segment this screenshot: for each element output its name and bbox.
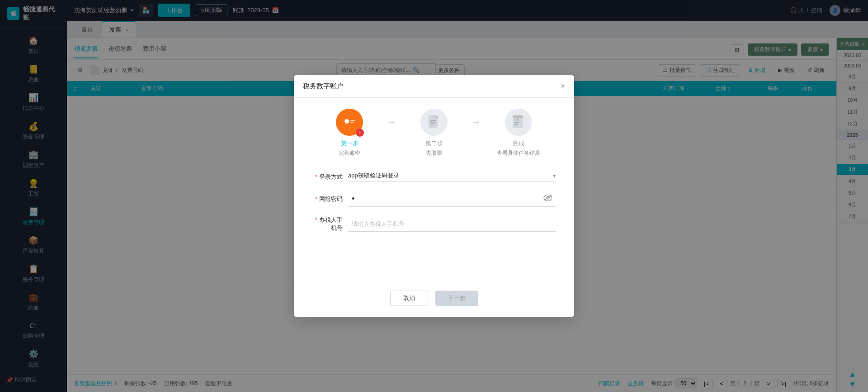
form-spacer: [312, 241, 556, 268]
step-2: 第二步 去取票: [396, 109, 472, 157]
step-arrow-2: →: [472, 109, 481, 127]
step-2-circle: [420, 109, 448, 136]
modal-footer: 取消 下一步: [294, 283, 574, 317]
step-1-badge: !: [356, 129, 364, 137]
step-3-icon-wrap: [505, 109, 532, 136]
login-method-select[interactable]: app获取验证码登录 ▾: [348, 172, 556, 182]
next-button[interactable]: 下一步: [435, 291, 478, 306]
password-label: * 网报密码: [312, 195, 348, 203]
svg-rect-2: [350, 120, 355, 121]
document-icon: [426, 114, 442, 130]
password-input[interactable]: [348, 191, 543, 206]
step-3-circle: [505, 109, 532, 136]
step-3: 完成 查看具体任务结果: [481, 109, 556, 157]
required-mark-2: *: [315, 196, 317, 202]
modal-title: 税务数字账户: [303, 82, 344, 91]
phone-row: * 办税人手机号: [312, 216, 556, 232]
modal-form: * 登录方式 app获取验证码登录 ▾ * 网报密码: [312, 172, 556, 232]
step-2-icon-wrap: [420, 109, 448, 136]
step-arrow-1: →: [387, 109, 396, 127]
svg-rect-6: [430, 122, 436, 123]
modal-body: ! 第一步 完善账密 →: [294, 98, 574, 283]
step-1: ! 第一步 完善账密: [312, 109, 387, 157]
password-input-wrap: [348, 191, 556, 207]
step-1-label: 第一步: [341, 139, 359, 148]
step-3-label: 完成: [513, 139, 524, 148]
tax-digital-modal: 税务数字账户 ×: [294, 75, 574, 317]
modal-header: 税务数字账户 ×: [294, 75, 574, 98]
login-method-label: * 登录方式: [312, 173, 348, 181]
step-3-desc: 查看具体任务结果: [497, 149, 540, 157]
modal-close-button[interactable]: ×: [560, 81, 565, 91]
eye-toggle-icon[interactable]: [543, 195, 556, 203]
required-mark-1: *: [315, 173, 317, 180]
svg-rect-10: [514, 122, 519, 123]
step-2-label: 第二步: [425, 139, 443, 148]
step-2-desc: 去取票: [426, 149, 442, 157]
phone-input[interactable]: [348, 216, 556, 232]
warning-icon: !: [359, 130, 361, 135]
steps-indicator: ! 第一步 完善账密 →: [312, 109, 556, 157]
step-1-desc: 完善账密: [339, 149, 360, 157]
cancel-button[interactable]: 取消: [390, 291, 428, 306]
step-1-icon-wrap: !: [336, 109, 363, 136]
svg-rect-0: [342, 117, 357, 128]
svg-rect-5: [430, 120, 436, 121]
user-card-icon: [341, 114, 358, 130]
svg-rect-3: [350, 122, 354, 123]
modal-overlay[interactable]: 税务数字账户 ×: [0, 0, 868, 392]
login-method-value: app获取验证码登录: [348, 172, 553, 180]
checklist-icon: [510, 114, 527, 130]
login-method-row: * 登录方式 app获取验证码登录 ▾: [312, 172, 556, 182]
svg-point-1: [344, 119, 349, 124]
required-mark-3: *: [315, 216, 317, 223]
dropdown-icon: ▾: [553, 172, 556, 179]
password-row: * 网报密码: [312, 191, 556, 207]
svg-rect-9: [514, 120, 519, 120]
eye-icon-svg: [543, 195, 552, 201]
svg-rect-7: [430, 124, 434, 124]
phone-label: * 办税人手机号: [312, 216, 348, 232]
svg-rect-11: [514, 124, 517, 125]
